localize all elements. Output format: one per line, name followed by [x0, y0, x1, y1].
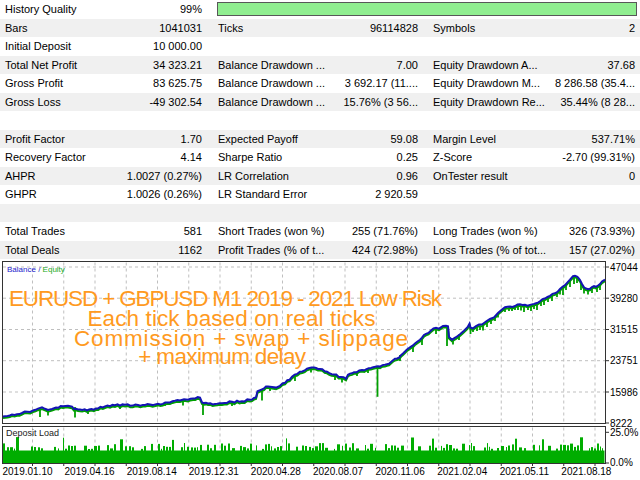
svg-text:2021.02.04: 2021.02.04	[437, 466, 487, 477]
svg-text:2021.05.11: 2021.05.11	[500, 466, 550, 477]
svg-text:47044: 47044	[610, 262, 638, 273]
svg-text:2019.04.16: 2019.04.16	[65, 466, 115, 477]
svg-text:2019.12.31: 2019.12.31	[189, 466, 239, 477]
svg-text:2021.08.18: 2021.08.18	[561, 466, 611, 477]
svg-text:0.0%: 0.0%	[610, 457, 633, 468]
svg-text:25.0%: 25.0%	[610, 427, 638, 438]
svg-text:23751: 23751	[610, 355, 638, 366]
svg-text:2020.11.06: 2020.11.06	[375, 466, 425, 477]
svg-text:39280: 39280	[610, 293, 638, 304]
svg-text:2020.04.28: 2020.04.28	[251, 466, 301, 477]
svg-text:31515: 31515	[610, 324, 638, 335]
svg-text:2019.01.10: 2019.01.10	[2, 466, 52, 477]
svg-text:2019.08.14: 2019.08.14	[127, 466, 177, 477]
svg-text:15986: 15986	[610, 387, 638, 398]
svg-text:2020.08.07: 2020.08.07	[313, 466, 363, 477]
